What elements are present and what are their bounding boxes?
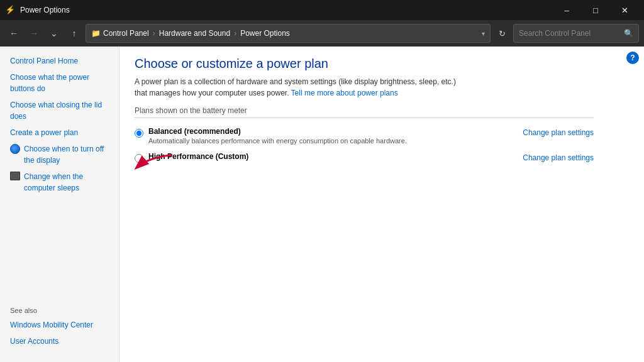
sidebar-item-mobility-center[interactable]: Windows Mobility Center bbox=[0, 317, 119, 333]
back-button[interactable]: ← bbox=[5, 25, 23, 42]
help-button[interactable]: ? bbox=[626, 52, 639, 64]
plan-desc-balanced: Automatically balances performance with … bbox=[148, 137, 407, 145]
window-title: Power Options bbox=[20, 6, 552, 14]
page-description: A power plan is a collection of hardware… bbox=[135, 76, 462, 99]
breadcrumb-sep2: › bbox=[234, 29, 236, 38]
main-layout: Control Panel Home Choose what the power… bbox=[0, 47, 644, 362]
breadcrumb-control-panel[interactable]: Control Panel bbox=[103, 29, 149, 38]
title-bar: ⚡ Power Options – □ ✕ bbox=[0, 0, 644, 20]
change-plan-link-balanced[interactable]: Change plan settings bbox=[523, 127, 594, 137]
plan-item-high-performance: High Performance (Custom) Change plan se… bbox=[135, 148, 594, 167]
section-label: Plans shown on the battery meter bbox=[135, 106, 594, 118]
breadcrumb-power-options: Power Options bbox=[240, 29, 290, 38]
sidebar-item-turn-off-display[interactable]: Choose when to turn off the display bbox=[0, 141, 119, 168]
content-area: Choose or customize a power plan A power… bbox=[119, 47, 644, 362]
forward-button[interactable]: → bbox=[25, 25, 43, 42]
sidebar: Control Panel Home Choose what the power… bbox=[0, 47, 119, 362]
see-also-title: See also bbox=[0, 299, 119, 317]
change-plan-link-high-performance[interactable]: Change plan settings bbox=[523, 152, 594, 162]
address-dropdown-icon[interactable]: ▾ bbox=[482, 30, 485, 37]
folder-icon: 📁 bbox=[91, 29, 101, 38]
app-icon: ⚡ bbox=[5, 5, 15, 15]
maximize-button[interactable]: □ bbox=[581, 0, 610, 20]
address-box[interactable]: 📁 Control Panel › Hardware and Sound › P… bbox=[86, 24, 491, 43]
search-box[interactable]: 🔍 bbox=[513, 24, 639, 43]
sidebar-nav: Control Panel Home Choose what the power… bbox=[0, 53, 119, 299]
power-plans-link[interactable]: Tell me more about power plans bbox=[291, 89, 398, 97]
plan-radio-balanced[interactable] bbox=[135, 129, 143, 138]
breadcrumb-sep1: › bbox=[153, 29, 155, 38]
search-icon: 🔍 bbox=[624, 29, 633, 38]
address-bar: ← → ⌄ ↑ 📁 Control Panel › Hardware and S… bbox=[0, 20, 644, 47]
search-input[interactable] bbox=[519, 29, 620, 38]
sidebar-item-control-panel-home[interactable]: Control Panel Home bbox=[0, 53, 119, 69]
window-controls: – □ ✕ bbox=[552, 0, 639, 20]
plan-item-balanced: Balanced (recommended) Automatically bal… bbox=[135, 123, 594, 148]
plan-name-high-performance: High Performance (Custom) bbox=[148, 152, 248, 161]
globe-icon bbox=[10, 144, 20, 154]
sidebar-item-lid-action[interactable]: Choose what closing the lid does bbox=[0, 97, 119, 124]
sidebar-item-power-buttons[interactable]: Choose what the power buttons do bbox=[0, 69, 119, 97]
plan-name-balanced: Balanced (recommended) bbox=[148, 127, 407, 136]
recent-button[interactable]: ⌄ bbox=[45, 25, 63, 42]
breadcrumb-hardware-sound[interactable]: Hardware and Sound bbox=[159, 29, 230, 38]
refresh-button[interactable]: ↻ bbox=[493, 25, 511, 42]
plan-radio-high-performance[interactable] bbox=[135, 154, 143, 163]
sidebar-item-create-plan[interactable]: Create a power plan bbox=[0, 124, 119, 141]
page-title: Choose or customize a power plan bbox=[135, 57, 629, 71]
monitor-icon bbox=[10, 172, 20, 180]
sidebar-item-computer-sleeps[interactable]: Change when the computer sleeps bbox=[0, 168, 119, 196]
sidebar-bottom: See also Windows Mobility Center User Ac… bbox=[0, 299, 119, 356]
close-button[interactable]: ✕ bbox=[610, 0, 639, 20]
sidebar-item-user-accounts[interactable]: User Accounts bbox=[0, 333, 119, 349]
minimize-button[interactable]: – bbox=[552, 0, 581, 20]
up-button[interactable]: ↑ bbox=[65, 25, 83, 42]
